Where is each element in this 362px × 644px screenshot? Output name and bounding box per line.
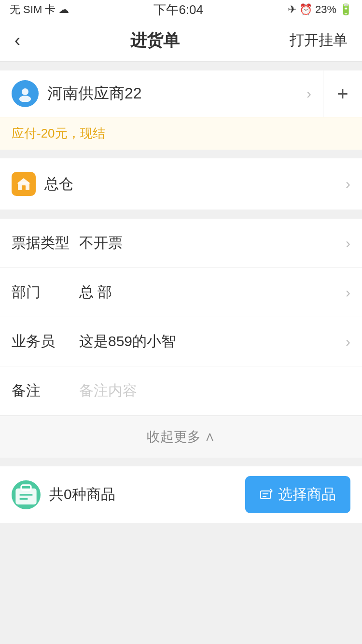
section-gap-4 <box>0 458 362 466</box>
nav-bar: ‹ 进货单 打开挂单 <box>0 19 362 62</box>
location-icon: ✈ <box>288 3 296 16</box>
invoice-type-row[interactable]: 票据类型 不开票 › <box>0 219 362 268</box>
svg-rect-9 <box>261 491 270 499</box>
supplier-avatar <box>12 80 39 107</box>
svg-point-0 <box>22 88 28 95</box>
alarm-icon: ⏰ <box>299 3 312 16</box>
supplier-chevron-icon: › <box>306 85 311 102</box>
page-title: 进货单 <box>130 29 180 52</box>
department-value: 总 部 <box>79 282 341 302</box>
warehouse-label: 总仓 <box>44 174 341 194</box>
battery-icon: 🔋 <box>339 3 352 16</box>
select-product-icon <box>260 488 273 502</box>
supplier-select-row[interactable]: 河南供应商22 › <box>0 70 323 117</box>
collapse-label: 收起更多 ∧ <box>147 428 216 446</box>
department-label: 部门 <box>12 282 70 302</box>
salesperson-chevron-icon: › <box>346 334 350 350</box>
status-left: 无 SIM 卡 ☁ <box>10 2 69 17</box>
sim-signal: 无 SIM 卡 ☁ <box>10 2 69 17</box>
warehouse-chevron-icon: › <box>346 176 350 192</box>
svg-rect-5 <box>15 488 36 504</box>
remark-input[interactable]: 备注内容 <box>79 381 350 401</box>
invoice-type-value: 不开票 <box>79 233 341 253</box>
notice-banner: 应付-20元，现结 <box>0 117 362 150</box>
invoice-type-label: 票据类型 <box>12 233 70 253</box>
remark-label: 备注 <box>12 381 70 401</box>
page-background <box>0 523 362 644</box>
open-pending-button[interactable]: 打开挂单 <box>290 30 348 50</box>
product-icon <box>12 480 41 509</box>
supplier-name: 河南供应商22 <box>47 83 302 104</box>
salesperson-value: 这是859的小智 <box>79 332 341 351</box>
select-product-button[interactable]: 选择商品 <box>245 476 350 513</box>
salesperson-label: 业务员 <box>12 332 70 351</box>
warehouse-row[interactable]: 总仓 › <box>0 158 362 210</box>
supplier-section: 河南供应商22 › + <box>0 70 362 117</box>
select-product-label: 选择商品 <box>278 485 336 504</box>
section-gap-2 <box>0 150 362 158</box>
back-button[interactable]: ‹ <box>14 30 20 51</box>
department-row[interactable]: 部门 总 部 › <box>0 268 362 317</box>
department-chevron-icon: › <box>346 284 350 301</box>
remark-row[interactable]: 备注 备注内容 <box>0 366 362 416</box>
svg-marker-3 <box>17 178 30 183</box>
section-gap-3 <box>0 210 362 219</box>
status-time: 下午6:04 <box>153 1 203 18</box>
status-bar: 无 SIM 卡 ☁ 下午6:04 ✈ ⏰ 23% 🔋 <box>0 0 362 19</box>
svg-rect-4 <box>22 185 26 190</box>
salesperson-row[interactable]: 业务员 这是859的小智 › <box>0 317 362 366</box>
add-supplier-button[interactable]: + <box>323 70 362 117</box>
svg-rect-6 <box>21 485 31 490</box>
section-gap-1 <box>0 62 362 70</box>
warehouse-icon <box>12 172 36 196</box>
bottom-bar: 共0种商品 选择商品 <box>0 466 362 523</box>
collapse-row[interactable]: 收起更多 ∧ <box>0 416 362 458</box>
invoice-type-chevron-icon: › <box>346 235 350 252</box>
svg-point-1 <box>19 96 31 102</box>
product-count: 共0种商品 <box>49 485 245 504</box>
svg-line-10 <box>270 489 272 491</box>
status-right: ✈ ⏰ 23% 🔋 <box>288 3 352 16</box>
battery-label: 23% <box>315 3 336 16</box>
